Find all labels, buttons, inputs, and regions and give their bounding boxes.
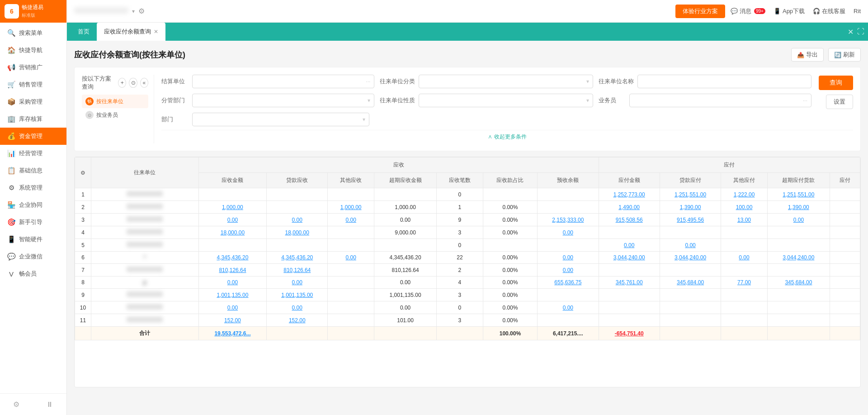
table-cell[interactable]: 1,251,551.00: [767, 188, 830, 201]
sidebar-item-nav[interactable]: 🏠快捷导航: [0, 42, 66, 59]
table-cell[interactable]: 1,001,135.00: [198, 289, 266, 301]
sidebar-item-inventory[interactable]: 🏢库存核算: [0, 110, 66, 128]
table-cell[interactable]: 0.00: [538, 252, 599, 264]
table-cell[interactable]: 345,684.00: [767, 277, 830, 289]
tab-home-label: 首页: [78, 28, 90, 36]
table-cell[interactable]: 1,251,551.00: [660, 188, 721, 201]
table-cell[interactable]: 0.00: [267, 277, 328, 289]
online-service-btn[interactable]: 🎧 在线客服: [813, 7, 845, 15]
table-cell[interactable]: 1,222.00: [721, 188, 768, 201]
tab-query[interactable]: 应收应付余额查询 ✕: [97, 23, 165, 41]
filter-input-category[interactable]: ▾: [419, 75, 593, 88]
table-cell[interactable]: 0.00: [538, 264, 599, 277]
scheme-settings-btn[interactable]: ⊙: [129, 78, 137, 88]
filter-input-dept-manage[interactable]: ▾: [192, 94, 374, 107]
table-cell[interactable]: 0.00: [328, 252, 374, 264]
tab-close-btn[interactable]: ✕: [848, 28, 854, 36]
table-cell[interactable]: 0.00: [660, 239, 721, 252]
sidebar-item-basic[interactable]: 📋基础信息: [0, 162, 66, 179]
table-cell[interactable]: 0.00: [538, 226, 599, 239]
setting-button[interactable]: 设置: [826, 95, 853, 109]
table-cell[interactable]: 1,490.00: [599, 201, 660, 214]
table-cell[interactable]: 152.00: [267, 314, 328, 327]
table-cell[interactable]: 0.00: [198, 214, 266, 226]
table-cell[interactable]: 0.00: [198, 301, 266, 314]
sidebar-item-search[interactable]: 🔍搜索菜单: [0, 24, 66, 42]
sidebar-item-purchase[interactable]: 📦采购管理: [0, 93, 66, 110]
table-cell[interactable]: 810,126.64: [267, 264, 328, 277]
footer-pay-total[interactable]: -654,751.40: [599, 327, 660, 340]
method-by-unit[interactable]: 畅 按往来单位: [82, 95, 148, 108]
sidebar-item-operations[interactable]: 📊经营管理: [0, 145, 66, 162]
table-cell[interactable]: 0.00: [267, 214, 328, 226]
table-cell[interactable]: 0.00: [538, 301, 599, 314]
table-cell[interactable]: 3,044,240.00: [660, 252, 721, 264]
table-cell[interactable]: 810,126.64: [198, 264, 266, 277]
table-cell[interactable]: 0.00: [599, 239, 660, 252]
table-cell[interactable]: 18,000.00: [198, 226, 266, 239]
table-cell[interactable]: 1,001,135.00: [267, 289, 328, 301]
table-cell[interactable]: 1,390.00: [660, 201, 721, 214]
table-cell[interactable]: 0.00: [198, 277, 266, 289]
table-cell[interactable]: 4,345,436.20: [198, 252, 266, 264]
sidebar-item-sales[interactable]: 🛒销售管理: [0, 76, 66, 93]
table-cell[interactable]: 0.00: [267, 301, 328, 314]
settings-bottom-btn[interactable]: ⚙: [9, 398, 24, 410]
table-cell[interactable]: 0.00: [767, 214, 830, 226]
user-name[interactable]: Rit: [854, 8, 861, 14]
sidebar-item-guide[interactable]: 🎯新手引导: [0, 214, 66, 231]
table-cell[interactable]: 1,390.00: [767, 201, 830, 214]
app-download-btn[interactable]: 📱 App下载: [774, 7, 805, 15]
scheme-collapse-btn[interactable]: «: [140, 78, 148, 88]
table-cell[interactable]: 1,000.00: [198, 201, 266, 214]
table-cell: 3: [437, 226, 483, 239]
settings-icon[interactable]: ⚙: [138, 7, 145, 15]
sidebar-item-wechat[interactable]: 💬企业微信: [0, 248, 66, 265]
table-cell[interactable]: 345,684.00: [660, 277, 721, 289]
table-cell[interactable]: 915,508.56: [599, 214, 660, 226]
table-cell[interactable]: 2,153,333.00: [538, 214, 599, 226]
sidebar-item-enterprise[interactable]: 🏪企业协同: [0, 196, 66, 214]
table-cell[interactable]: 3,044,240.00: [767, 252, 830, 264]
filter-input-dept[interactable]: ▾: [192, 113, 369, 126]
table-cell[interactable]: 345,761.00: [599, 277, 660, 289]
filter-input-settlement[interactable]: ···: [192, 75, 374, 88]
table-cell[interactable]: 152.00: [198, 314, 266, 327]
table-cell[interactable]: 1,000.00: [328, 201, 374, 214]
sidebar-item-finance[interactable]: 💰资金管理: [0, 128, 66, 145]
table-cell[interactable]: 0.00: [721, 252, 768, 264]
table-cell[interactable]: 100.00: [721, 201, 768, 214]
sidebar-item-hardware[interactable]: 📱智能硬件: [0, 231, 66, 248]
method-by-staff[interactable]: ⊙ 按业务员: [82, 108, 148, 122]
sidebar-item-vip[interactable]: V畅会员: [0, 265, 66, 282]
filter-row-1: 结算单位 ··· 往来单位分类: [161, 75, 811, 88]
query-button[interactable]: 查询: [819, 76, 853, 90]
promo-button[interactable]: 体验行业方案: [675, 5, 725, 18]
footer-rec-total[interactable]: 19,553,472,6...: [198, 327, 266, 340]
table-cell[interactable]: 4,345,436.20: [267, 252, 328, 264]
table-settings-icon[interactable]: ⚙: [75, 157, 91, 188]
filter-input-name[interactable]: [637, 75, 811, 88]
tab-expand-btn[interactable]: ⛶: [857, 28, 864, 36]
tab-close-icon[interactable]: ✕: [154, 29, 158, 35]
message-btn[interactable]: 💬 消息 99+: [731, 7, 765, 15]
table-cell[interactable]: 0.00: [328, 214, 374, 226]
sales-icon: 🛒: [7, 81, 15, 89]
export-button[interactable]: 📤 导出: [791, 48, 824, 62]
add-scheme-btn[interactable]: +: [118, 78, 126, 88]
refresh-button[interactable]: 🔄 刷新: [828, 48, 861, 62]
table-cell[interactable]: 655,636.75: [538, 277, 599, 289]
table-cell[interactable]: 18,000.00: [267, 226, 328, 239]
filter-collapse-btn[interactable]: ∧ 收起更多条件: [161, 130, 853, 143]
table-cell[interactable]: 13.00: [721, 214, 768, 226]
collapse-sidebar-btn[interactable]: ⏸: [42, 399, 58, 410]
tab-home[interactable]: 首页: [71, 23, 97, 41]
filter-input-salesperson[interactable]: ···: [629, 94, 811, 107]
table-cell[interactable]: 1,252,773.00: [599, 188, 660, 201]
table-cell[interactable]: 915,495.56: [660, 214, 721, 226]
table-cell[interactable]: 3,044,240.00: [599, 252, 660, 264]
filter-input-nature[interactable]: ▾: [419, 94, 593, 107]
sidebar-item-system[interactable]: ⚙系统管理: [0, 179, 66, 196]
sidebar-item-marketing[interactable]: 📢营销推广: [0, 59, 66, 76]
table-cell[interactable]: 77.00: [721, 277, 768, 289]
